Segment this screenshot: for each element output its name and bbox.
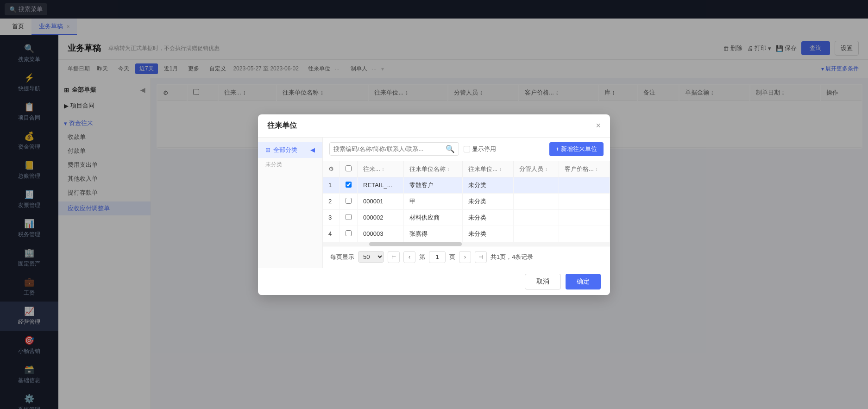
row-1-category: 未分类 [463,177,514,193]
row-1-no: 1 [323,177,340,193]
row-4-category: 未分类 [463,226,514,242]
prev-page-btn[interactable]: ‹ [403,251,415,263]
modal-close-button[interactable]: × [596,121,601,131]
per-page-label: 每页显示 [330,253,354,261]
last-page-btn[interactable]: ⊣ [475,251,487,263]
row-2-code: 000001 [358,193,404,209]
row-1-name: 零散客户 [403,177,462,193]
grid-small-icon: ⊞ [265,146,270,153]
page-label: 第 [419,253,425,261]
row-2-checkbox[interactable] [346,198,352,204]
table-row[interactable]: 4 000003 张嘉得 未分类 [323,226,610,242]
row-1-check [340,177,358,193]
table-row[interactable]: 2 000001 甲 未分类 [323,193,610,209]
page-number-input[interactable] [429,251,446,263]
row-3-checkbox[interactable] [346,214,352,220]
row-3-name: 材料供应商 [403,209,462,226]
row-2-manager [514,193,559,209]
modal-search-icon: 🔍 [446,145,455,153]
modal-sidebar-collapse-icon[interactable]: ◀ [310,146,315,153]
modal-scrollbar-thumb [369,242,462,246]
row-4-no: 4 [323,226,340,242]
modal-sidebar-all-label: 全部分类 [273,146,297,154]
modal-select-all[interactable] [346,165,352,171]
row-3-check [340,209,358,226]
modal-col-manager: 分管人员 ↕ [514,161,559,177]
show-disabled-label: 显示停用 [472,145,496,153]
row-1-checkbox[interactable] [346,182,352,188]
row-3-price [559,209,610,226]
modal-scrollbar[interactable] [323,242,610,246]
row-4-manager [514,226,559,242]
first-page-btn[interactable]: ⊢ [388,251,400,263]
row-1-code: RETAIL_... [358,177,404,193]
modal-col-code: 往来... ↕ [358,161,404,177]
modal-search-input[interactable] [333,145,443,152]
row-4-code: 000003 [358,226,404,242]
row-3-manager [514,209,559,226]
modal-content: 🔍 显示停用 + 新增往来单位 ⚙ [323,138,610,268]
modal-search-wrap: 🔍 [329,142,459,156]
modal-table-wrap: ⚙ 往来... ↕ 往来单位名称 ↕ 往来单位... ↕ 分管人员 ↕ 客户价格… [323,161,610,242]
modal-col-settings: ⚙ [323,161,340,177]
next-page-btn[interactable]: › [459,251,471,263]
row-4-price [559,226,610,242]
row-2-category: 未分类 [463,193,514,209]
partner-modal: 往来单位 × ⊞ 全部分类 ◀ 未分类 [258,114,610,295]
table-row[interactable]: 1 RETAIL_... 零散客户 未分类 [323,177,610,193]
modal-sidebar-unclassified-label: 未分类 [265,161,282,168]
show-disabled-wrap: 显示停用 [464,145,496,153]
row-3-code: 000002 [358,209,404,226]
page-unit: 页 [449,253,455,261]
row-1-manager [514,177,559,193]
row-3-no: 3 [323,209,340,226]
row-2-name: 甲 [403,193,462,209]
modal-col-price: 客户价格... ↕ [559,161,610,177]
cancel-button[interactable]: 取消 [525,274,561,289]
modal-body: ⊞ 全部分类 ◀ 未分类 🔍 显示停用 [258,138,610,268]
row-2-price [559,193,610,209]
row-2-no: 2 [323,193,340,209]
row-3-category: 未分类 [463,209,514,226]
modal-header: 往来单位 × [258,114,610,138]
modal-toolbar: 🔍 显示停用 + 新增往来单位 [323,138,610,161]
total-label: 共1页，4条记录 [491,253,533,261]
add-partner-button[interactable]: + 新增往来单位 [549,142,604,156]
modal-col-name: 往来单位名称 ↕ [403,161,462,177]
table-row[interactable]: 3 000002 材料供应商 未分类 [323,209,610,226]
modal-sidebar-unclassified: 未分类 [258,158,322,171]
row-4-checkbox[interactable] [346,230,352,236]
row-4-name: 张嘉得 [403,226,462,242]
row-4-check [340,226,358,242]
modal-col-category: 往来单位... ↕ [463,161,514,177]
modal-partner-table: ⚙ 往来... ↕ 往来单位名称 ↕ 往来单位... ↕ 分管人员 ↕ 客户价格… [323,161,610,242]
per-page-select[interactable]: 50 100 200 [358,251,384,263]
row-1-price [559,177,610,193]
modal-col-check [340,161,358,177]
modal-overlay: 往来单位 × ⊞ 全部分类 ◀ 未分类 [0,0,868,409]
modal-sidebar: ⊞ 全部分类 ◀ 未分类 [258,138,323,268]
modal-title: 往来单位 [267,121,297,131]
modal-sidebar-all[interactable]: ⊞ 全部分类 ◀ [258,142,322,158]
row-2-check [340,193,358,209]
modal-footer: 取消 确定 [258,268,610,295]
show-disabled-checkbox[interactable] [464,146,470,152]
modal-pagination: 每页显示 50 100 200 ⊢ ‹ 第 页 › ⊣ 共1页，4条记录 [323,246,610,268]
confirm-button[interactable]: 确定 [566,274,601,289]
